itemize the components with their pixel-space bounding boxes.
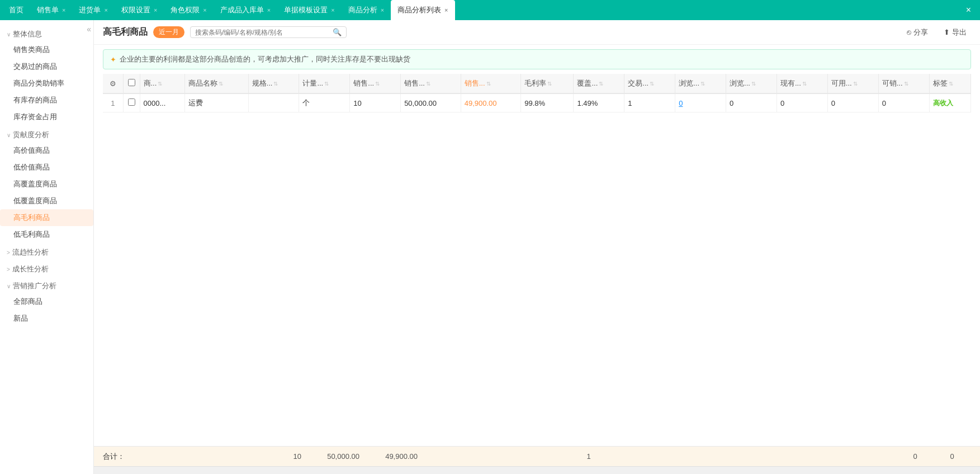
table-header-12[interactable]: 浏览...⇅	[675, 74, 726, 93]
sidebar-group-label-营销推广分析: 营销推广分析	[13, 281, 56, 291]
table-header-5[interactable]: 计量...⇅	[299, 74, 350, 93]
nav-item-单据模板设置[interactable]: 单据模板设置×	[277, 0, 341, 20]
data-table: ⚙商...⇅商品名称⇅规格...⇅计量...⇅销售...⇅销售...⇅销售...…	[103, 74, 971, 112]
search-icon[interactable]: 🔍	[333, 28, 342, 36]
top-navigation: 首页销售单×进货单×权限设置×角色权限×产成品入库单×单据模板设置×商品分析×商…	[0, 0, 980, 20]
horizontal-scrollbar[interactable]	[94, 466, 980, 474]
footer-sales3: 49,900.00	[372, 452, 422, 461]
nav-close-角色权限[interactable]: ×	[203, 7, 206, 13]
sidebar-item-高覆盖度商品[interactable]: 高覆盖度商品	[0, 176, 93, 193]
sidebar-item-低价值商品[interactable]: 低价值商品	[0, 159, 93, 176]
nav-item-商品分析列表[interactable]: 商品分析列表×	[391, 0, 455, 20]
sidebar-group-title-成长性分析[interactable]: >成长性分析	[0, 260, 93, 276]
sidebar-group-arrow-成长性分析: >	[7, 266, 10, 273]
sidebar-group-title-整体信息[interactable]: ∨整体信息	[0, 25, 93, 41]
sort-icon-9: ⇅	[547, 81, 552, 87]
table-header-9[interactable]: 毛利率⇅	[521, 74, 574, 93]
sidebar-group-营销推广分析: ∨营销推广分析全部商品新品	[0, 276, 93, 327]
sidebar-group-label-贡献度分析: 贡献度分析	[13, 130, 49, 140]
search-box: 🔍	[190, 26, 347, 38]
sidebar-item-高毛利商品[interactable]: 高毛利商品	[0, 209, 93, 226]
table-header-17[interactable]: 标签⇅	[929, 74, 970, 93]
sidebar-item-商品分类助销率[interactable]: 商品分类助销率	[0, 75, 93, 92]
table-header-2[interactable]: 商...⇅	[140, 74, 184, 93]
nav-close-销售单[interactable]: ×	[62, 7, 65, 13]
share-button[interactable]: ⎋ 分享	[902, 25, 932, 40]
search-input[interactable]	[195, 29, 333, 36]
nav-item-商品分析[interactable]: 商品分析×	[342, 0, 391, 20]
table-header-3[interactable]: 商品名称⇅	[184, 74, 248, 93]
window-close-button[interactable]: ×	[959, 5, 978, 15]
footer-totals-bar: 合计： 10 50,000.00 49,900.00 1 0 0	[94, 446, 980, 466]
table-header-4[interactable]: 规格...⇅	[248, 74, 299, 93]
table-header-6[interactable]: 销售...⇅	[350, 74, 401, 93]
sidebar-group-arrow-整体信息: ∨	[7, 31, 11, 37]
nav-close-权限设置[interactable]: ×	[154, 7, 157, 13]
nav-close-单据模板设置[interactable]: ×	[331, 7, 334, 13]
sidebar-item-高价值商品[interactable]: 高价值商品	[0, 142, 93, 159]
sidebar-item-低毛利商品[interactable]: 低毛利商品	[0, 226, 93, 243]
table-header-7[interactable]: 销售...⇅	[401, 74, 461, 93]
row-browse2: 0	[726, 93, 777, 112]
row-checkbox[interactable]	[123, 93, 140, 112]
sidebar-group-流趋性分析: >流趋性分析	[0, 243, 93, 260]
row-browse1[interactable]: 0	[675, 93, 726, 112]
sidebar-group-arrow-营销推广分析: ∨	[7, 283, 11, 289]
sidebar-item-新品[interactable]: 新品	[0, 310, 93, 327]
footer-sales1: 10	[272, 452, 306, 461]
footer-saleable: 0	[938, 452, 971, 461]
table-header-8[interactable]: 销售...⇅	[461, 74, 521, 93]
sidebar-item-销售类商品[interactable]: 销售类商品	[0, 41, 93, 58]
table-header-1[interactable]	[123, 74, 140, 93]
select-all-checkbox[interactable]	[128, 79, 135, 86]
table-header-15[interactable]: 可用...⇅	[827, 74, 878, 93]
table-header-0[interactable]: ⚙	[103, 74, 123, 93]
sidebar-group-整体信息: ∨整体信息销售类商品交易过的商品商品分类助销率有库存的商品库存资金占用	[0, 25, 93, 125]
sort-icon-2: ⇅	[158, 81, 162, 87]
nav-item-进货单[interactable]: 进货单×	[72, 0, 114, 20]
sidebar: « ∨整体信息销售类商品交易过的商品商品分类助销率有库存的商品库存资金占用∨贡献…	[0, 20, 94, 474]
row-index: 1	[103, 93, 123, 112]
row-checkbox-input[interactable]	[128, 98, 135, 106]
nav-item-首页[interactable]: 首页	[2, 0, 30, 20]
filter-recent-month-button[interactable]: 近一月	[153, 26, 184, 38]
nav-close-进货单[interactable]: ×	[104, 7, 107, 13]
sidebar-group-title-营销推广分析[interactable]: ∨营销推广分析	[0, 276, 93, 293]
sidebar-item-低覆盖度商品[interactable]: 低覆盖度商品	[0, 193, 93, 209]
table-header-11[interactable]: 交易...⇅	[624, 74, 675, 93]
sidebar-group-title-贡献度分析[interactable]: ∨贡献度分析	[0, 125, 93, 142]
table-header-13[interactable]: 浏览...⇅	[726, 74, 777, 93]
sidebar-item-交易过的商品[interactable]: 交易过的商品	[0, 58, 93, 75]
header-actions: ⎋ 分享 ⬆ 导出	[902, 25, 971, 40]
nav-item-产成品入库单[interactable]: 产成品入库单×	[214, 0, 277, 20]
nav-close-产成品入库单[interactable]: ×	[267, 7, 271, 13]
nav-item-角色权限[interactable]: 角色权限×	[164, 0, 213, 20]
sidebar-item-库存资金占用[interactable]: 库存资金占用	[0, 109, 93, 125]
row-name: 运费	[184, 93, 248, 112]
nav-item-销售单[interactable]: 销售单×	[30, 0, 72, 20]
nav-close-商品分析[interactable]: ×	[381, 7, 384, 13]
sidebar-collapse-button[interactable]: «	[87, 25, 91, 34]
export-button[interactable]: ⬆ 导出	[939, 25, 971, 40]
sort-icon-6: ⇅	[375, 81, 380, 87]
sort-icon-16: ⇅	[904, 81, 908, 87]
sidebar-group-arrow-贡献度分析: ∨	[7, 132, 11, 138]
sidebar-item-全部商品[interactable]: 全部商品	[0, 293, 93, 310]
row-gross-rate: 99.8%	[521, 93, 574, 112]
sidebar-group-title-流趋性分析[interactable]: >流趋性分析	[0, 243, 93, 260]
nav-close-商品分析列表[interactable]: ×	[444, 7, 448, 13]
table-header-10[interactable]: 覆盖...⇅	[574, 74, 624, 93]
main-layout: « ∨整体信息销售类商品交易过的商品商品分类助销率有库存的商品库存资金占用∨贡献…	[0, 20, 980, 474]
sidebar-item-有库存的商品[interactable]: 有库存的商品	[0, 92, 93, 109]
table-row: 10000...运费个1050,000.0049,900.0099.8%1.49…	[103, 93, 971, 112]
row-sales1: 10	[350, 93, 401, 112]
row-transaction: 1	[624, 93, 675, 112]
sort-icon-3: ⇅	[219, 81, 223, 87]
sort-icon-8: ⇅	[486, 81, 491, 87]
table-header-14[interactable]: 现有...⇅	[777, 74, 827, 93]
nav-item-权限设置[interactable]: 权限设置×	[115, 0, 164, 20]
table-header-16[interactable]: 可销...⇅	[878, 74, 929, 93]
footer-label: 合计：	[103, 452, 125, 462]
sort-icon-10: ⇅	[599, 81, 603, 87]
row-saleable: 0	[878, 93, 929, 112]
